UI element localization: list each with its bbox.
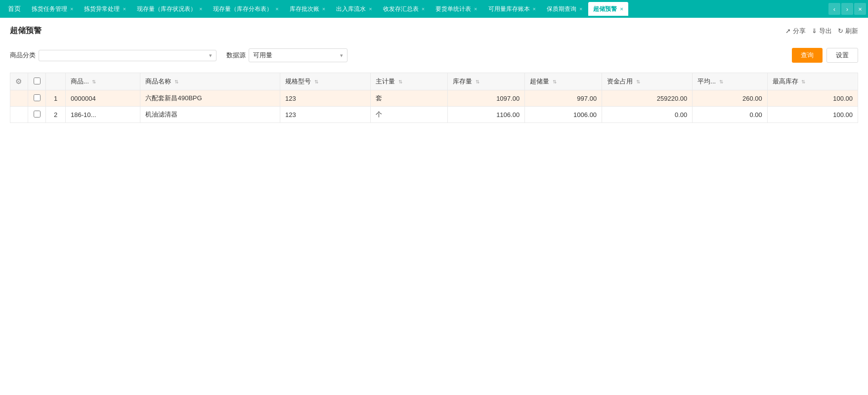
col-header-overstock[interactable]: 超储量 ⇅ bbox=[525, 73, 602, 90]
export-link[interactable]: ⇓ 导出 bbox=[812, 27, 832, 36]
filter-datasource: 数据源 可用量 ▾ bbox=[226, 48, 347, 62]
row-max: 100.00 bbox=[767, 90, 858, 107]
col-header-max[interactable]: 最高库存 ⇅ bbox=[767, 73, 858, 90]
row-stock: 1097.00 bbox=[448, 90, 525, 107]
row-num: 2 bbox=[46, 107, 66, 123]
row-gear-cell bbox=[10, 107, 28, 123]
sort-icon-max: ⇅ bbox=[801, 79, 805, 84]
close-tab-expiry[interactable]: × bbox=[579, 6, 582, 12]
close-tab-recv-send[interactable]: × bbox=[422, 6, 425, 12]
row-unit: 个 bbox=[371, 107, 448, 123]
tab-inv-batch[interactable]: 库存批次账 × bbox=[285, 2, 330, 16]
col-header-spec[interactable]: 规格型号 ⇅ bbox=[280, 73, 371, 90]
category-label: 商品分类 bbox=[10, 51, 36, 60]
col-header-num bbox=[46, 73, 66, 90]
tab-avail-inv[interactable]: 可用量库存账本 × bbox=[483, 2, 541, 16]
close-tab-inv-status[interactable]: × bbox=[199, 6, 202, 12]
share-icon: ➚ bbox=[785, 27, 791, 35]
row-avg: 0.00 bbox=[693, 107, 767, 123]
tab-order-stat[interactable]: 要货单统计表 × bbox=[431, 2, 482, 16]
close-tab-inout[interactable]: × bbox=[369, 6, 372, 12]
page-title: 超储预警 bbox=[10, 26, 42, 36]
row-overstock: 1006.00 bbox=[525, 107, 602, 123]
sort-icon-stock: ⇅ bbox=[476, 79, 479, 84]
header-actions: ➚ 分享 ⇓ 导出 ↻ 刷新 bbox=[785, 27, 858, 36]
row-spec: 123 bbox=[280, 90, 371, 107]
data-table: ⚙ 商品... ⇅ 商品名称 ⇅ 规格型号 ⇅ bbox=[10, 73, 858, 123]
tab-recv-send[interactable]: 收发存汇总表 × bbox=[378, 2, 430, 16]
row-name: 机油滤清器 bbox=[140, 107, 280, 123]
row-stock: 1106.00 bbox=[448, 107, 525, 123]
tab-expiry[interactable]: 保质期查询 × bbox=[542, 2, 587, 16]
nav-arrows: ‹ › × bbox=[827, 3, 866, 15]
row-spec: 123 bbox=[280, 107, 371, 123]
col-header-stock[interactable]: 库存量 ⇅ bbox=[448, 73, 525, 90]
table-body: 1 0000004 六配套新昌490BPG 123 套 1097.00 997.… bbox=[10, 90, 858, 123]
sort-icon-overstock: ⇅ bbox=[553, 79, 557, 84]
nav-arrow-right[interactable]: › bbox=[841, 3, 853, 15]
col-header-unit[interactable]: 主计量 ⇅ bbox=[371, 73, 448, 90]
row-unit: 套 bbox=[371, 90, 448, 107]
sort-icon-unit: ⇅ bbox=[398, 79, 402, 84]
datasource-chevron-down-icon: ▾ bbox=[340, 52, 343, 59]
row-num: 1 bbox=[46, 90, 66, 107]
page-container: 超储预警 ➚ 分享 ⇓ 导出 ↻ 刷新 商品分类 ▾ 数据源 bbox=[0, 18, 868, 395]
category-select[interactable]: ▾ bbox=[39, 50, 217, 61]
sort-icon-avg: ⇅ bbox=[719, 79, 723, 84]
filter-category: 商品分类 ▾ bbox=[10, 50, 217, 61]
filter-actions: 查询 设置 bbox=[792, 48, 858, 63]
datasource-value: 可用量 bbox=[253, 51, 272, 60]
table-row: 2 186-10... 机油滤清器 123 个 1106.00 1006.00 … bbox=[10, 107, 858, 123]
row-checkbox-1[interactable] bbox=[34, 111, 41, 118]
tab-inv-dist[interactable]: 现存量（库存分布表） × bbox=[208, 2, 283, 16]
query-button[interactable]: 查询 bbox=[792, 48, 823, 63]
table-header: ⚙ 商品... ⇅ 商品名称 ⇅ 规格型号 ⇅ bbox=[10, 73, 858, 90]
refresh-icon: ↻ bbox=[838, 27, 843, 35]
close-tab-order-stat[interactable]: × bbox=[474, 6, 477, 12]
row-name: 六配套新昌490BPG bbox=[140, 90, 280, 107]
datasource-label: 数据源 bbox=[226, 51, 246, 60]
row-checkbox-0[interactable] bbox=[34, 94, 41, 101]
nav-home[interactable]: 首页 bbox=[2, 4, 27, 13]
col-header-name[interactable]: 商品名称 ⇅ bbox=[140, 73, 280, 90]
tab-pkl-err[interactable]: 拣货异常处理 × bbox=[79, 2, 130, 16]
datasource-select[interactable]: 可用量 ▾ bbox=[249, 48, 347, 62]
close-tab-inv-dist[interactable]: × bbox=[275, 6, 278, 12]
sort-icon-code: ⇅ bbox=[92, 79, 96, 84]
page-header: 超储预警 ➚ 分享 ⇓ 导出 ↻ 刷新 bbox=[10, 26, 858, 36]
row-capital: 0.00 bbox=[602, 107, 693, 123]
tab-inout[interactable]: 出入库流水 × bbox=[331, 2, 377, 16]
top-navigation: 首页 拣货任务管理 × 拣货异常处理 × 现存量（库存状况表） × 现存量（库存… bbox=[0, 0, 868, 18]
col-header-gear[interactable]: ⚙ bbox=[10, 73, 28, 90]
gear-icon: ⚙ bbox=[15, 77, 22, 85]
nav-arrow-close[interactable]: × bbox=[854, 3, 866, 15]
share-link[interactable]: ➚ 分享 bbox=[785, 27, 806, 36]
refresh-link[interactable]: ↻ 刷新 bbox=[838, 27, 858, 36]
close-tab-pkl-err[interactable]: × bbox=[123, 6, 126, 12]
nav-arrow-left[interactable]: ‹ bbox=[828, 3, 840, 15]
tab-overstock[interactable]: 超储预警 × bbox=[588, 2, 628, 16]
filter-row: 商品分类 ▾ 数据源 可用量 ▾ 查询 设置 bbox=[10, 44, 858, 67]
close-tab-inv-batch[interactable]: × bbox=[322, 6, 325, 12]
col-header-capital[interactable]: 资金占用 ⇅ bbox=[602, 73, 693, 90]
row-max: 100.00 bbox=[767, 107, 858, 123]
close-tab-pkl[interactable]: × bbox=[70, 6, 73, 12]
col-header-check[interactable] bbox=[28, 73, 46, 90]
row-gear-cell bbox=[10, 90, 28, 107]
row-code: 186-10... bbox=[66, 107, 140, 123]
tab-inv-status[interactable]: 现存量（库存状况表） × bbox=[132, 2, 207, 16]
close-tab-overstock[interactable]: × bbox=[620, 6, 623, 12]
sort-icon-spec: ⇅ bbox=[314, 79, 318, 84]
col-header-avg[interactable]: 平均... ⇅ bbox=[693, 73, 767, 90]
select-all-checkbox[interactable] bbox=[34, 78, 41, 84]
row-check-cell[interactable] bbox=[28, 90, 46, 107]
export-icon: ⇓ bbox=[812, 27, 817, 35]
row-overstock: 997.00 bbox=[525, 90, 602, 107]
col-header-code[interactable]: 商品... ⇅ bbox=[66, 73, 140, 90]
table-row: 1 0000004 六配套新昌490BPG 123 套 1097.00 997.… bbox=[10, 90, 858, 107]
row-check-cell[interactable] bbox=[28, 107, 46, 123]
sort-icon-capital: ⇅ bbox=[636, 79, 640, 84]
close-tab-avail-inv[interactable]: × bbox=[533, 6, 536, 12]
tab-pkl[interactable]: 拣货任务管理 × bbox=[27, 2, 78, 16]
setting-button[interactable]: 设置 bbox=[826, 48, 858, 63]
